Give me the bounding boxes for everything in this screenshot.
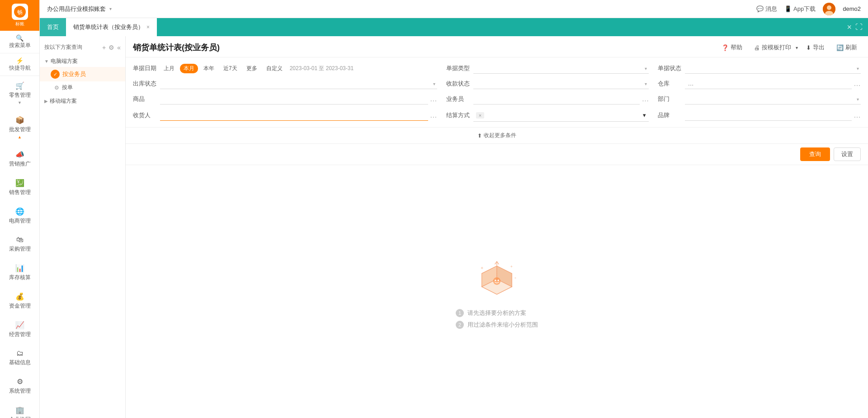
logo-icon: 畅 [12,4,28,20]
brand-input[interactable] [685,110,852,121]
date-btn-custom[interactable]: 自定义 [263,64,286,73]
download-icon: 📱 [784,5,792,12]
scheme-add-icon[interactable]: + [102,44,106,51]
receiver-dots[interactable]: … [430,111,437,119]
date-btn-last-month[interactable]: 上月 [160,64,178,73]
date-btn-this-month[interactable]: 本月 [180,64,198,73]
date-btn-7days[interactable]: 近7天 [220,64,241,73]
message-icon: 💬 [756,5,764,12]
brand-dots[interactable]: … [854,111,861,119]
header-right: 💬 消息 📱 App下载 demo2 [756,3,861,15]
scheme-sub-item-by-doc[interactable]: ⚙ 按单 [40,81,125,94]
scheme-section-mobile: ▶ 移动端方案 [40,95,125,107]
warehouse-label: 仓库 [658,80,685,88]
page-content: 按以下方案查询 + ⚙ « ▼ 电脑端方案 ✓ 按业务员 ⚙ 按 [40,36,868,418]
sidebar-item-basic[interactable]: 🗂 基础信息 [0,344,39,372]
refresh-btn[interactable]: 🔄 刷新 [833,42,861,53]
out-status-label: 出库状态 [133,80,160,88]
salesperson-dots[interactable]: … [642,95,649,103]
mobile-scheme-group[interactable]: ▶ 移动端方案 [40,95,125,107]
sidebar-item-purchase[interactable]: 🛍 采购管理 [0,230,39,258]
out-status-input[interactable] [160,78,437,89]
app-dropdown-arrow[interactable]: ▾ [109,6,112,11]
app-download-btn[interactable]: 📱 App下载 [784,5,816,13]
help-btn[interactable]: ❓ 帮助 [718,42,746,53]
sidebar-item-finance[interactable]: 💰 资金管理 [0,287,39,315]
settings-button[interactable]: 设置 [834,147,861,161]
print-btn[interactable]: 🖨 按模板打印 [750,42,795,53]
department-label: 部门 [658,95,685,103]
message-btn[interactable]: 💬 消息 [756,5,777,13]
department-input[interactable] [685,94,861,104]
quick-nav-btn[interactable]: ⚡ 快捷导航 [0,53,39,76]
content-panel: 销货单统计表(按业务员) ❓ 帮助 🖨 按模板打印 ▾ ⬇ [126,36,868,418]
product-input[interactable] [160,94,428,104]
filter-item-doc-status: 单据状态 ▾ [658,63,861,74]
sidebar-item-inventory[interactable]: 📊 库存核算 [0,258,39,287]
tab-close-btn[interactable]: × [146,24,150,30]
settlement-dropdown-arrow[interactable]: ▾ [643,112,646,119]
sidebar-item-retail[interactable]: 🛒 零售管理 ▼ [0,76,39,110]
salesperson-select-wrapper: … [473,94,649,104]
logo-text: 标账 [15,21,24,27]
brand-select-wrapper: … [685,110,861,121]
action-bar: 查询 设置 [126,144,868,165]
scheme-item-by-salesperson[interactable]: ✓ 按业务员 [40,67,125,81]
date-btn-more[interactable]: 更多 [243,64,261,73]
doc-type-input[interactable] [473,63,649,74]
sidebar-item-ecommerce[interactable]: 🌐 电商管理 [0,202,39,230]
export-btn[interactable]: ⬇ 导出 [802,42,828,53]
sidebar-item-operations[interactable]: 📈 经营管理 [0,315,39,344]
sidebar-item-marketing[interactable]: 📣 营销推广 [0,145,39,173]
avatar[interactable] [823,3,835,15]
warehouse-dots[interactable]: … [854,80,861,88]
warehouse-input[interactable] [685,78,852,89]
filter-item-product: 商品 … [133,94,437,104]
receiver-input[interactable] [160,110,428,121]
main-area: 办公用品行业模拟账套 ▾ 💬 消息 📱 App下载 demo2 [40,0,868,418]
sidebar-item-system[interactable]: ⚙ 系统管理 [0,372,39,400]
filter-item-out-status: 出库状态 ▾ [133,78,437,89]
date-btn-this-year[interactable]: 本年 [200,64,218,73]
svg-point-12 [498,280,499,281]
tip-num-2: 2 [456,321,464,329]
help-icon: ❓ [722,44,729,51]
svg-text:畅: 畅 [17,9,23,15]
empty-tip-1: 1 请先选择要分析的方案 [456,309,538,317]
user-name: demo2 [843,5,861,12]
salesperson-input[interactable] [473,94,640,104]
pc-scheme-arrow: ▼ [44,59,49,64]
product-dots[interactable]: … [430,95,437,103]
empty-state: ✦ ✦ ✦ 1 请先选择要分析的方案 2 用过滤条件来缩小分析范围 [126,165,868,418]
scheme-collapse-icon[interactable]: « [117,44,121,51]
sidebar-item-enterprise[interactable]: 🏢 企业协同 [0,400,39,418]
query-button[interactable]: 查询 [800,147,830,161]
tab-bar: 首页 销货单统计表（按业务员） × × ⛶ [40,18,868,36]
tab-current[interactable]: 销货单统计表（按业务员） × [66,18,157,36]
svg-text:✦: ✦ [510,264,513,269]
settlement-value: × ▾ [473,109,649,122]
product-label: 商品 [133,95,160,103]
sidebar-item-wholesale[interactable]: 📦 批发管理 ▲ [0,110,39,145]
payment-status-input[interactable] [473,78,649,89]
doc-status-input[interactable] [685,63,861,74]
payment-status-label: 收款状态 [446,80,473,88]
export-icon: ⬇ [806,44,811,51]
tab-close-action[interactable]: × [847,23,852,32]
date-range: 2023-03-01 至 2023-03-31 [290,65,354,72]
sidebar-item-sales[interactable]: 💹 销售管理 [0,173,39,202]
tip-num-1: 1 [456,309,464,317]
search-menu-btn[interactable]: 🔍 搜索菜单 [0,31,39,53]
scheme-panel-header: 按以下方案查询 + ⚙ « [40,41,125,54]
settlement-tag-close[interactable]: × [479,113,481,118]
print-dropdown-arrow[interactable]: ▾ [796,45,798,50]
svg-point-3 [827,5,831,10]
payment-status-select-wrapper: ▾ [473,78,649,89]
collapse-btn[interactable]: ⬆ 收起更多条件 [472,130,522,141]
pc-scheme-group[interactable]: ▼ 电脑端方案 [40,56,125,67]
scheme-settings-icon[interactable]: ⚙ [108,44,114,51]
scheme-section-pc: ▼ 电脑端方案 ✓ 按业务员 ⚙ 按单 [40,56,125,94]
tab-maximize-action[interactable]: ⛶ [855,23,863,31]
tab-home[interactable]: 首页 [40,18,66,36]
filter-item-brand: 品牌 … [658,110,861,121]
